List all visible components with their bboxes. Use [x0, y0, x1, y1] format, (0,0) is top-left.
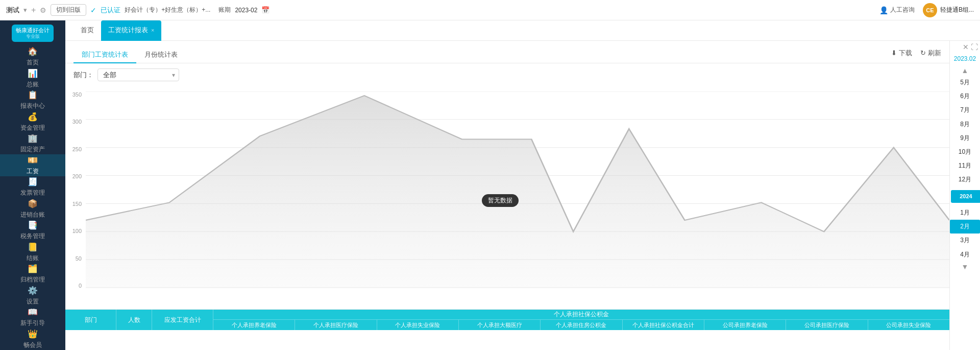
- sidebar-item-ledger[interactable]: 📊 总账: [0, 67, 65, 89]
- th-company-pension: 公司承担养老保险: [704, 320, 786, 330]
- th-company-unemployment: 公司承担失业保险: [868, 320, 949, 330]
- header-settings-icon[interactable]: ⚙: [40, 6, 46, 14]
- top-header: 测试 ▾ + ⚙ 切到旧版 ✓ 已认证 好会计（专）+好生意（标）+... 账期…: [0, 0, 980, 20]
- page-inner: 部门工资统计表 月份统计表 ⬇ 下载 ↻ 刷新: [65, 41, 949, 350]
- month-nav-curr: 1月 2月 3月 4月 ▼: [950, 205, 980, 273]
- year-2023-label[interactable]: 2023.02: [950, 53, 980, 64]
- panel-expand-icon[interactable]: ⛶: [971, 43, 978, 51]
- dept-select[interactable]: 全部: [97, 68, 179, 81]
- sidebar-item-funds[interactable]: 💰 资金管理: [0, 111, 65, 133]
- refresh-btn[interactable]: ↻ 刷新: [920, 49, 941, 58]
- guide-icon: 📖: [28, 307, 38, 317]
- sidebar-item-home[interactable]: 🏠 首页: [0, 46, 65, 68]
- help-icon: 👤: [879, 6, 888, 14]
- logo: 畅康通好会计 专业版: [0, 20, 65, 46]
- sidebar-item-salary[interactable]: 💴 工资: [0, 154, 65, 176]
- month-2-active[interactable]: 2月: [950, 220, 980, 234]
- sidebar-item-member[interactable]: 👑 畅会员: [0, 328, 65, 350]
- month-8[interactable]: 8月: [950, 118, 980, 131]
- switch-btn[interactable]: 切到旧版: [51, 4, 86, 16]
- logo-box: 畅康通好会计 专业版: [12, 25, 54, 42]
- month-1[interactable]: 1月: [950, 206, 980, 220]
- sub-tab-dept[interactable]: 部门工资统计表: [74, 47, 136, 63]
- group-label: 个人承担社保公积金: [213, 310, 949, 320]
- home-icon: 🏠: [28, 46, 38, 56]
- user-menu[interactable]: CE 轻捷通B组...: [923, 3, 974, 17]
- archive-icon: 🗂️: [28, 264, 38, 273]
- th-company-medical: 公司承担医疗保险: [786, 320, 868, 330]
- th-pension: 个人承担养老保险: [213, 320, 295, 330]
- download-btn[interactable]: ⬇ 下载: [891, 49, 912, 58]
- month-4[interactable]: 4月: [950, 248, 980, 262]
- sidebar-item-invoice[interactable]: 🧾 发票管理: [0, 176, 65, 198]
- header-dropdown-icon[interactable]: ▾: [23, 6, 27, 14]
- download-icon: ⬇: [891, 49, 897, 57]
- closing-icon: 📒: [28, 242, 38, 252]
- panel-header: ✕ ⛶: [950, 41, 980, 53]
- header-title: 测试: [6, 6, 19, 15]
- avatar: CE: [923, 3, 937, 17]
- salary-icon: 💴: [28, 155, 38, 165]
- header-tags: 好会计（专）+好生意（标）+...: [125, 6, 210, 14]
- header-right: 👤 人工咨询 CE 轻捷通B组...: [879, 3, 974, 17]
- th-unemployment: 个人承担失业保险: [377, 320, 459, 330]
- sidebar-item-reports[interactable]: 📋 报表中心: [0, 89, 65, 111]
- month-12[interactable]: 12月: [950, 173, 980, 186]
- tab-home[interactable]: 首页: [74, 20, 101, 41]
- chart-area: 350 300 250 200 150 100 50 0: [65, 86, 949, 309]
- sidebar-item-tax[interactable]: 📑 税务管理: [0, 220, 65, 242]
- th-housing-fund: 个人承担住房公积金: [541, 320, 622, 330]
- invoice-icon: 🧾: [28, 177, 38, 186]
- year-2024-marker[interactable]: 2024: [951, 190, 980, 203]
- svg-marker-8: [86, 96, 949, 288]
- sidebar-item-closing[interactable]: 📒 结账: [0, 241, 65, 263]
- sidebar-item-inventory[interactable]: 📦 进销台账: [0, 198, 65, 220]
- sidebar-item-assets[interactable]: 🏢 固定资产: [0, 133, 65, 155]
- bottom-table: 部门 人数 应发工资合计 个人承担社保公积金: [65, 309, 949, 350]
- settings-icon: ⚙️: [28, 286, 38, 295]
- period-value: 2023-02: [235, 7, 257, 14]
- sub-tab-monthly[interactable]: 月份统计表: [136, 47, 186, 63]
- month-6[interactable]: 6月: [950, 89, 980, 103]
- sidebar: 畅康通好会计 专业版 🏠 首页 📊 总账 📋 报表中心 💰 资金管理 🏢 固定资…: [0, 20, 65, 350]
- chart-svg-container: 暂无数据: [86, 91, 949, 289]
- refresh-icon: ↻: [920, 49, 926, 57]
- tab-close-icon[interactable]: ×: [151, 27, 154, 33]
- tax-icon: 📑: [28, 220, 38, 230]
- month-9[interactable]: 9月: [950, 131, 980, 145]
- th-major-medical: 个人承担大额医疗: [459, 320, 541, 330]
- month-5[interactable]: 5月: [950, 76, 980, 89]
- reports-icon: 📋: [28, 90, 38, 100]
- month-7[interactable]: 7月: [950, 103, 980, 117]
- toolbar-left: 部门： 全部: [74, 68, 179, 81]
- panel-close-icon[interactable]: ✕: [963, 43, 969, 51]
- ledger-icon: 📊: [28, 68, 38, 78]
- header-add-icon[interactable]: +: [31, 6, 36, 15]
- verified-icon: ✓: [90, 6, 96, 14]
- member-icon: 👑: [28, 329, 38, 339]
- sub-headers: 个人承担养老保险 个人承担医疗保险 个人承担失业保险 个人承担大额医疗: [213, 320, 949, 330]
- period-label: 账期: [218, 6, 231, 14]
- nav-down-arrow[interactable]: ▼: [961, 262, 970, 272]
- month-3[interactable]: 3月: [950, 234, 980, 247]
- page-content: 部门工资统计表 月份统计表 ⬇ 下载 ↻ 刷新: [65, 41, 980, 350]
- user-name: 轻捷通B组...: [940, 6, 974, 14]
- help-button[interactable]: 👤 人工咨询: [879, 6, 915, 14]
- table-header: 部门 人数 应发工资合计 个人承担社保公积金: [65, 310, 949, 330]
- chart-tooltip: 暂无数据: [482, 194, 519, 207]
- nav-up-arrow[interactable]: ▲: [961, 65, 970, 76]
- sidebar-item-settings[interactable]: ⚙️ 设置: [0, 285, 65, 307]
- dept-select-wrapper: 全部: [97, 68, 179, 81]
- calendar-icon[interactable]: 📅: [261, 6, 270, 14]
- tab-bar: 首页 工资统计报表 ×: [65, 20, 980, 41]
- sidebar-item-archive[interactable]: 🗂️ 归档管理: [0, 263, 65, 285]
- month-10[interactable]: 10月: [950, 145, 980, 159]
- th-count: 人数: [116, 310, 152, 330]
- month-11[interactable]: 11月: [950, 159, 980, 173]
- group-header: 个人承担社保公积金 个人承担养老保险 个人承担医疗保险 个人承: [213, 310, 949, 330]
- tab-salary[interactable]: 工资统计报表 ×: [101, 20, 161, 41]
- month-nav-prev: ▲ 5月 6月 7月 8月 9月 10月 11月 12月: [950, 64, 980, 188]
- th-dept: 部门: [65, 310, 116, 330]
- sidebar-item-guide[interactable]: 📖 新手引导: [0, 307, 65, 329]
- assets-icon: 🏢: [28, 133, 38, 143]
